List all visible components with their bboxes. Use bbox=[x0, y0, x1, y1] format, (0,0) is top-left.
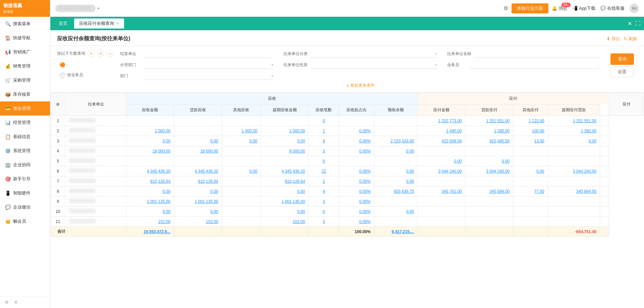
cell-ar_ratio: 0.00% bbox=[339, 176, 374, 186]
cell-ar_other bbox=[222, 186, 261, 196]
partner-name-cell bbox=[65, 126, 126, 136]
cell-ap_loan: 1,251,551.00 bbox=[465, 116, 513, 126]
scheme-icon-by-salesperson: ⏱ bbox=[60, 73, 65, 78]
cell-ap_amount bbox=[418, 176, 465, 186]
cell-ap_amount bbox=[418, 207, 465, 217]
cell-ap_overdue: 345,684.00 bbox=[548, 186, 600, 196]
cell-ar_amount: 1,000.00 bbox=[126, 126, 174, 136]
sidebar-item-finance[interactable]: 💳 资金管理 bbox=[0, 101, 50, 116]
scheme-item-by-partner[interactable]: 按往 bbox=[57, 60, 113, 70]
cell-ap_overdue bbox=[548, 176, 600, 186]
cell-ar_loan: 4,345,436.20 bbox=[174, 166, 222, 176]
cell-ap-cont bbox=[600, 136, 609, 146]
cell-ap_other: 0.00 bbox=[513, 166, 548, 176]
sidebar-item-label: 采购管理 bbox=[13, 77, 31, 83]
app-download-button[interactable]: 📲 App下载 bbox=[572, 5, 595, 11]
partner-name-cell bbox=[65, 217, 126, 227]
sidebar-item-enterprise-wx[interactable]: 💬 企业微信 bbox=[0, 200, 50, 214]
expand-window-icon[interactable]: ⛶ bbox=[635, 20, 641, 27]
partner-name-input[interactable] bbox=[474, 50, 600, 58]
sidebar-item-enterprise[interactable]: 🏢 企业协同 bbox=[0, 158, 50, 172]
tab-ar-ap-query[interactable]: 应收应付余额查询 × bbox=[74, 18, 124, 29]
messages-button[interactable]: 🔔 消息 99+ bbox=[552, 5, 567, 11]
tab-home[interactable]: 首页 bbox=[54, 18, 72, 29]
smart-hw-icon: 📱 bbox=[5, 190, 10, 196]
cell-ar_overdue bbox=[261, 116, 309, 126]
partner-category-label: 往来单位分类 bbox=[283, 51, 308, 57]
topbar-right: 🔔 消息 99+ 📲 App下载 💬 在线客服 Rit bbox=[552, 4, 639, 13]
sidebar-item-label: 智能硬件 bbox=[13, 190, 31, 196]
cell-ap_amount: 0.00 bbox=[418, 156, 465, 166]
tab-close-icon[interactable]: × bbox=[117, 21, 119, 26]
total-label: 合计 bbox=[51, 227, 126, 237]
user-avatar[interactable]: Rit bbox=[630, 4, 639, 13]
enterprise-wx-icon: 💬 bbox=[5, 205, 10, 210]
sidebar-item-sales[interactable]: 💰 销售管理 bbox=[0, 59, 50, 73]
cell-ap_other bbox=[513, 146, 548, 156]
cell-ar_loan bbox=[174, 156, 222, 166]
cell-ar_other: 0.00 bbox=[222, 136, 261, 146]
salesperson-dots: ··· bbox=[596, 62, 600, 67]
cell-ar_other bbox=[222, 217, 261, 227]
sidebar-item-purchase[interactable]: 🛒 采购管理 bbox=[0, 73, 50, 87]
query-button[interactable]: 查询 bbox=[610, 53, 634, 65]
cell-ap-cont bbox=[600, 166, 609, 176]
filter-collapse-button[interactable]: « bbox=[107, 50, 113, 57]
cell-ap_overdue bbox=[548, 217, 600, 227]
cell-ap_loan: 345,684.00 bbox=[465, 186, 513, 196]
total-ar-prepay: 6,417,215.... bbox=[374, 227, 417, 237]
cell-ar_prepay: 655,636.75 bbox=[374, 186, 417, 196]
scheme-item-by-salesperson[interactable]: ⏱ 按业务员 bbox=[57, 71, 113, 79]
cell-ar_count: 2 bbox=[309, 176, 339, 186]
topbar-settings-icon[interactable]: ⚙ bbox=[503, 5, 508, 11]
cell-ar_loan: 810,126.64 bbox=[174, 176, 222, 186]
sidebar-item-operations[interactable]: 📊 经营管理 bbox=[0, 116, 50, 130]
promo-button[interactable]: 体验行业方案 bbox=[512, 3, 548, 13]
export-button[interactable]: ⬆ 导出 bbox=[606, 36, 620, 42]
bell-icon: 🔔 bbox=[552, 6, 557, 11]
sidebar-item-member[interactable]: 👑 畅会员 bbox=[0, 214, 50, 228]
sidebar-item-guide[interactable]: 🎯 新手引导 bbox=[0, 172, 50, 186]
sidebar-item-marketing[interactable]: 📢 营销推广 bbox=[0, 45, 50, 59]
online-service-button[interactable]: 💬 在线客服 bbox=[600, 5, 625, 11]
sidebar-item-inventory[interactable]: 📦 库存核算 bbox=[0, 87, 50, 101]
sidebar-item-basic-info[interactable]: 📋 基础信息 bbox=[0, 130, 50, 144]
cell-ar_amount: 0.00 bbox=[126, 207, 174, 217]
table-row: 500.000.00 bbox=[51, 156, 644, 166]
settings-button[interactable]: 设置 bbox=[610, 67, 634, 77]
main-area: 应收应付余额查询 ▾ ⚙ 体验行业方案 🔔 消息 99+ 📲 App下载 💬 在… bbox=[50, 0, 644, 308]
settings-gear-icon[interactable]: ⚙ bbox=[5, 300, 9, 305]
sidebar-item-quick-nav[interactable]: 🏠 快捷导航 bbox=[0, 31, 50, 45]
sidebar-item-smart-hw[interactable]: 📱 智能硬件 bbox=[0, 186, 50, 200]
export-icon: ⬆ bbox=[606, 36, 610, 41]
table-row: 80.000.000.0040.00%655,636.75345,761.003… bbox=[51, 186, 644, 196]
cell-ar_amount: 0.00 bbox=[126, 186, 174, 196]
cell-ap_other: 1,222.00 bbox=[513, 116, 548, 126]
refresh-button[interactable]: ↻ 刷新 bbox=[624, 36, 637, 42]
filter-add-button[interactable]: + bbox=[88, 50, 95, 57]
th-settings[interactable]: ⚙ bbox=[51, 93, 65, 116]
service-label: 在线客服 bbox=[607, 5, 625, 11]
sidebar-item-label: 快捷导航 bbox=[13, 35, 31, 41]
filter-settings-button[interactable]: ⊙ bbox=[97, 50, 104, 57]
member-icon: 👑 bbox=[5, 219, 10, 224]
sidebar-item-label: 搜索菜单 bbox=[13, 21, 31, 27]
cell-ar_loan bbox=[174, 126, 222, 136]
cell-ap_amount: 915,508.56 bbox=[418, 136, 465, 146]
pause-icon[interactable]: ⏸ bbox=[14, 300, 18, 305]
sidebar-item-system[interactable]: ⚙️ 系统管理 bbox=[0, 144, 50, 158]
cell-ar_ratio bbox=[339, 156, 374, 166]
cell-ar_ratio bbox=[339, 116, 374, 126]
collapse-filter-button[interactable]: ∧ 收起更多条件 bbox=[120, 83, 600, 88]
sidebar-item-search-menu[interactable]: 🔍 搜索菜单 bbox=[0, 17, 50, 31]
close-window-icon[interactable]: ✕ bbox=[628, 20, 632, 27]
cell-ar_count: 0 bbox=[309, 207, 339, 217]
cell-ap_overdue: 1,390.00 bbox=[548, 126, 600, 136]
collapse-label: 收起更多条件 bbox=[351, 83, 375, 88]
sidebar-item-label: 基础信息 bbox=[13, 134, 31, 140]
cell-ap_loan: 915,495.56 bbox=[465, 136, 513, 146]
cell-ap-cont bbox=[600, 196, 609, 207]
cell-ar_prepay: 2,153,333.00 bbox=[374, 136, 417, 146]
th-ap-loan: 贷款应付 bbox=[465, 104, 513, 116]
sidebar-logo-sub: 标准版 bbox=[3, 9, 22, 14]
